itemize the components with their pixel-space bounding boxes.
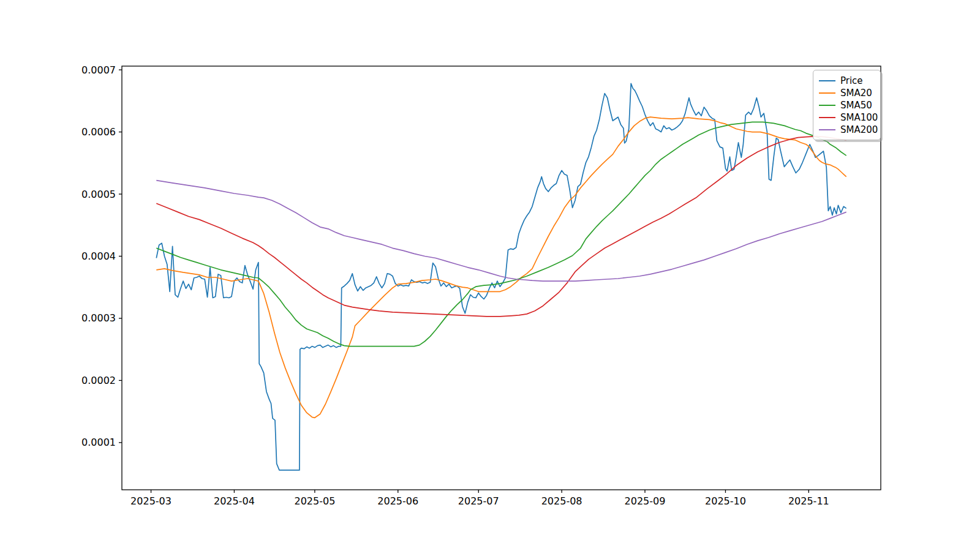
- legend-label-price: Price: [840, 75, 863, 87]
- sma20-line-swatch-icon: [819, 92, 835, 94]
- x-axis-tick-label: 2025-05: [294, 495, 335, 507]
- legend-item-sma200: SMA200: [819, 124, 875, 136]
- sma50-line-swatch-icon: [819, 105, 835, 106]
- legend-label-sma20: SMA20: [840, 87, 872, 99]
- x-axis-tick-label: 2025-06: [377, 495, 418, 507]
- y-axis-tick-label: 0.0005: [81, 189, 116, 200]
- price-line-swatch-icon: [819, 80, 835, 81]
- y-axis-tick-label: 0.0002: [81, 375, 116, 386]
- y-axis-tick-label: 0.0004: [81, 250, 116, 262]
- y-axis-tick-label: 0.0003: [81, 312, 116, 324]
- legend-label-sma100: SMA100: [840, 111, 878, 124]
- sma200-line-swatch-icon: [819, 129, 835, 130]
- legend: Price SMA20 SMA50 SMA100 SMA200: [813, 70, 881, 140]
- x-axis-tick-label: 2025-08: [541, 495, 582, 507]
- x-axis-tick-label: 2025-03: [130, 495, 172, 507]
- x-axis-tick-label: 2025-09: [625, 495, 666, 507]
- legend-item-sma20: SMA20: [819, 87, 875, 99]
- x-axis-tick-label: 2025-04: [214, 495, 255, 507]
- legend-item-sma50: SMA50: [819, 99, 875, 111]
- y-axis-tick-label: 0.0001: [81, 437, 116, 448]
- y-axis-tick-label: 0.0006: [81, 126, 116, 138]
- legend-item-sma100: SMA100: [819, 111, 875, 124]
- sma100-line-swatch-icon: [819, 117, 835, 118]
- legend-label-sma50: SMA50: [840, 99, 872, 111]
- sma100-line: [156, 137, 846, 317]
- sma50-line: [156, 122, 846, 346]
- sma200-line: [156, 181, 846, 281]
- x-axis-tick-label: 2025-10: [705, 495, 746, 507]
- x-axis-tick-label: 2025-11: [788, 495, 829, 507]
- legend-label-sma200: SMA200: [840, 124, 878, 136]
- chart-figure: 2025-032025-042025-052025-062025-072025-…: [0, 0, 980, 551]
- legend-item-price: Price: [819, 75, 875, 87]
- x-axis-tick-label: 2025-07: [458, 495, 499, 507]
- y-axis-tick-label: 0.0007: [81, 64, 116, 76]
- sma20-line: [156, 117, 846, 418]
